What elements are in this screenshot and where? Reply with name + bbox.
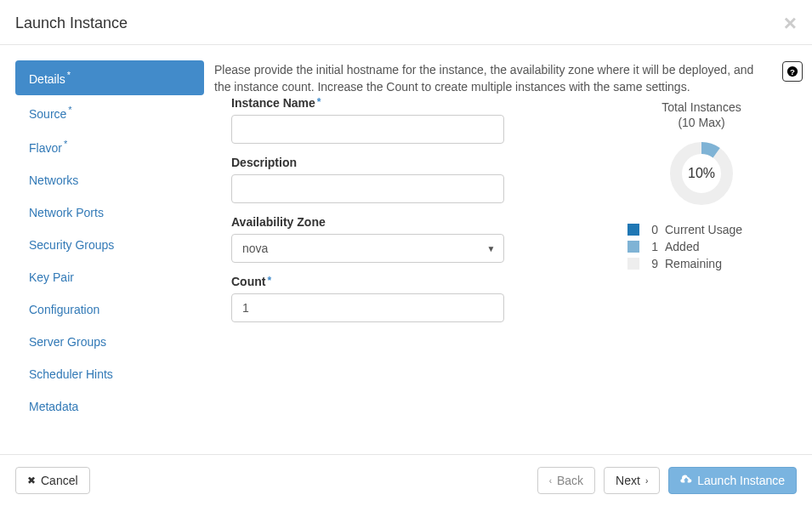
count-input[interactable]: [231, 293, 504, 322]
availability-zone-select[interactable]: nova: [231, 234, 504, 263]
launch-instance-button[interactable]: Launch Instance: [668, 467, 797, 494]
cloud-upload-icon: [680, 474, 692, 487]
sidebar-item-details[interactable]: Details*: [15, 60, 204, 95]
wizard-sidebar: Details* Source* Flavor* Networks Networ…: [15, 60, 204, 454]
sidebar-item-security-groups[interactable]: Security Groups: [15, 229, 204, 261]
button-label: Back: [557, 474, 583, 487]
instance-name-input[interactable]: [231, 115, 504, 144]
legend-label: Remaining: [665, 257, 722, 270]
required-asterisk-icon: *: [67, 70, 71, 80]
back-button[interactable]: ‹ Back: [537, 467, 595, 494]
required-asterisk-icon: *: [64, 139, 67, 149]
button-label: Next: [616, 474, 640, 487]
sidebar-item-source[interactable]: Source*: [15, 95, 204, 130]
cancel-button[interactable]: ✖ Cancel: [15, 467, 90, 494]
instance-name-group: Instance Name*: [231, 96, 504, 144]
description-input[interactable]: [231, 174, 504, 203]
availability-zone-label: Availability Zone: [231, 215, 504, 229]
availability-zone-select-wrap: nova ▼: [231, 234, 504, 263]
legend-label: Current Usage: [665, 223, 742, 236]
label-text: Instance Name: [231, 96, 315, 110]
totals-max: (10 Max): [621, 116, 782, 129]
sidebar-item-network-ports[interactable]: Network Ports: [15, 196, 204, 229]
button-label: Launch Instance: [697, 474, 785, 487]
totals-title: Total Instances: [621, 100, 782, 114]
sidebar-item-label: Source: [29, 106, 66, 120]
sidebar-item-label: Security Groups: [29, 238, 114, 252]
legend-label: Added: [665, 240, 699, 253]
sidebar-item-label: Key Pair: [29, 270, 74, 284]
modal-header: Launch Instance ×: [0, 0, 812, 45]
usage-donut: 10%: [667, 139, 735, 208]
next-button[interactable]: Next ›: [604, 467, 660, 494]
sidebar-item-label: Network Ports: [29, 206, 104, 219]
availability-zone-group: Availability Zone nova ▼: [231, 215, 504, 263]
chevron-left-icon: ‹: [549, 476, 552, 486]
donut-percent: 10%: [667, 139, 735, 208]
legend-num: 0: [646, 223, 658, 236]
required-asterisk-icon: *: [68, 105, 71, 115]
description-group: Description: [231, 156, 504, 203]
sidebar-item-key-pair[interactable]: Key Pair: [15, 261, 204, 293]
legend-num: 1: [646, 240, 658, 253]
modal-title: Launch Instance: [15, 14, 128, 32]
sidebar-item-label: Networks: [29, 173, 78, 187]
legend-row-current: 0 Current Usage: [627, 223, 782, 236]
close-icon[interactable]: ×: [784, 12, 797, 34]
modal-footer: ✖ Cancel ‹ Back Next › Launch Instance: [0, 454, 812, 506]
svg-text:?: ?: [790, 67, 795, 77]
sidebar-item-label: Configuration: [29, 303, 99, 316]
sidebar-item-label: Scheduler Hints: [29, 367, 113, 381]
count-label: Count*: [231, 275, 504, 288]
legend-num: 9: [646, 257, 658, 270]
description-label: Description: [231, 156, 504, 169]
totals-panel: Total Instances (10 Max) 10% 0 Current U…: [621, 60, 782, 274]
sidebar-item-configuration[interactable]: Configuration: [15, 293, 204, 326]
question-circle-icon: ?: [786, 65, 798, 77]
sidebar-item-label: Flavor: [29, 141, 62, 155]
totals-legend: 0 Current Usage 1 Added 9 Remaining: [621, 223, 782, 270]
button-label: Cancel: [41, 474, 78, 487]
modal-body: Details* Source* Flavor* Networks Networ…: [0, 45, 812, 454]
legend-row-added: 1 Added: [627, 240, 782, 253]
sidebar-item-label: Metadata: [29, 400, 78, 413]
sidebar-item-flavor[interactable]: Flavor*: [15, 129, 204, 164]
footer-right-buttons: ‹ Back Next › Launch Instance: [537, 467, 797, 494]
x-icon: ✖: [27, 475, 36, 486]
required-asterisk-icon: *: [267, 275, 271, 287]
label-text: Count: [231, 275, 265, 288]
sidebar-item-label: Server Groups: [29, 335, 106, 349]
instance-name-label: Instance Name*: [231, 96, 504, 110]
launch-instance-modal: Launch Instance × Details* Source* Flavo…: [0, 0, 812, 506]
swatch-remaining-icon: [627, 258, 639, 270]
count-group: Count*: [231, 275, 504, 322]
sidebar-item-server-groups[interactable]: Server Groups: [15, 326, 204, 358]
help-icon[interactable]: ?: [782, 61, 803, 82]
required-asterisk-icon: *: [317, 96, 321, 108]
sidebar-item-networks[interactable]: Networks: [15, 164, 204, 196]
form-column: Instance Name* Description Availability …: [231, 96, 504, 454]
sidebar-item-scheduler-hints[interactable]: Scheduler Hints: [15, 358, 204, 390]
sidebar-item-metadata[interactable]: Metadata: [15, 390, 204, 423]
legend-row-remaining: 9 Remaining: [627, 257, 782, 270]
swatch-added-icon: [627, 241, 639, 253]
sidebar-item-label: Details: [29, 72, 65, 86]
chevron-right-icon: ›: [645, 476, 648, 486]
swatch-current-icon: [627, 224, 639, 236]
